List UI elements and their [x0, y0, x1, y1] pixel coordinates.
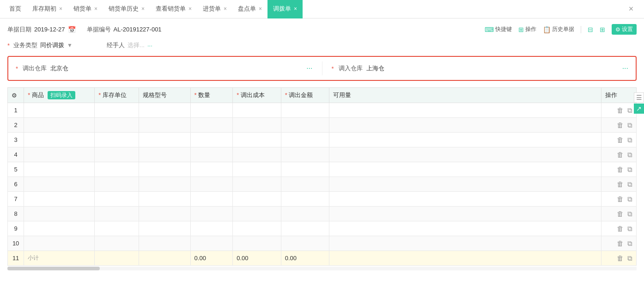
tab-close-transfer[interactable]: ×: [294, 6, 297, 12]
cost-cell[interactable]: [233, 177, 281, 192]
spec-cell[interactable]: [139, 133, 190, 147]
sidebar-export-icon[interactable]: ↗: [634, 104, 644, 114]
layout-icon[interactable]: ⊞: [600, 26, 605, 33]
goods-cell[interactable]: [24, 192, 95, 207]
tab-view-sales[interactable]: 查看销货单 ×: [150, 0, 197, 18]
amount-cell[interactable]: [281, 118, 329, 133]
goods-cell[interactable]: [24, 103, 95, 118]
unit-cell[interactable]: [95, 133, 139, 147]
calendar-icon[interactable]: 📅: [68, 26, 76, 33]
person-more-button[interactable]: ···: [147, 42, 152, 49]
history-button[interactable]: 📋 历史单据: [543, 25, 574, 33]
goods-cell[interactable]: [24, 177, 95, 192]
unit-cell[interactable]: [95, 162, 139, 177]
delete-icon[interactable]: 🗑: [617, 239, 624, 247]
tab-home[interactable]: 首页: [4, 0, 27, 18]
tab-purchase-order[interactable]: 进货单 ×: [197, 0, 232, 18]
qty-cell[interactable]: [190, 207, 233, 221]
tab-inventory-init[interactable]: 库存期初 ×: [27, 0, 68, 18]
copy-icon[interactable]: ⧉: [627, 195, 632, 203]
copy-icon[interactable]: ⧉: [627, 225, 632, 232]
copy-icon[interactable]: ⧉: [627, 180, 632, 188]
amount-cell[interactable]: [281, 133, 329, 147]
cost-cell[interactable]: [233, 103, 281, 118]
unit-cell[interactable]: [95, 236, 139, 251]
spec-cell[interactable]: [139, 207, 190, 221]
amount-cell[interactable]: [281, 221, 329, 236]
amount-cell[interactable]: [281, 177, 329, 192]
delete-icon[interactable]: 🗑: [617, 121, 624, 129]
copy-icon[interactable]: ⧉: [627, 210, 632, 218]
qty-cell[interactable]: [190, 236, 233, 251]
biz-type-select[interactable]: 同价调拨 ▼: [40, 41, 96, 49]
delete-icon[interactable]: 🗑: [617, 151, 624, 159]
delete-icon[interactable]: 🗑: [617, 106, 624, 114]
cost-cell[interactable]: [233, 192, 281, 207]
tab-sales-history[interactable]: 销货单历史 ×: [103, 0, 150, 18]
qty-cell[interactable]: [190, 133, 233, 147]
qty-cell[interactable]: [190, 118, 233, 133]
sidebar-list-icon[interactable]: ☰: [634, 92, 644, 103]
amount-cell[interactable]: [281, 147, 329, 162]
delete-icon[interactable]: 🗑: [617, 210, 624, 218]
spec-cell[interactable]: [139, 192, 190, 207]
tab-sales-order[interactable]: 销货单 ×: [68, 0, 103, 18]
grid-icon[interactable]: ⊟: [588, 26, 593, 33]
unit-cell[interactable]: [95, 221, 139, 236]
tab-close-purchase-order[interactable]: ×: [224, 6, 227, 12]
spec-cell[interactable]: [139, 118, 190, 133]
operate-button[interactable]: ⊞ 操作: [518, 25, 536, 33]
spec-cell[interactable]: [139, 103, 190, 118]
goods-cell[interactable]: [24, 207, 95, 221]
setting-button[interactable]: ⚙ 设置: [612, 24, 637, 35]
delete-icon[interactable]: 🗑: [617, 254, 624, 262]
delete-icon[interactable]: 🗑: [617, 180, 624, 188]
cost-cell[interactable]: [233, 221, 281, 236]
goods-cell[interactable]: [24, 221, 95, 236]
amount-cell[interactable]: [281, 236, 329, 251]
qty-cell[interactable]: [190, 103, 233, 118]
unit-cell[interactable]: [95, 118, 139, 133]
tab-close-sales-history[interactable]: ×: [141, 6, 145, 12]
qty-cell[interactable]: [190, 192, 233, 207]
cost-cell[interactable]: [233, 207, 281, 221]
cost-cell[interactable]: [233, 147, 281, 162]
tab-transfer[interactable]: 调拨单 ×: [267, 0, 303, 18]
amount-cell[interactable]: [281, 162, 329, 177]
unit-cell[interactable]: [95, 207, 139, 221]
copy-icon[interactable]: ⧉: [627, 106, 632, 114]
scroll-bar-handle[interactable]: [7, 267, 100, 270]
scan-button[interactable]: 扫码录入: [48, 91, 75, 99]
goods-cell[interactable]: [24, 236, 95, 251]
tab-close-view-sales[interactable]: ×: [188, 6, 192, 12]
delete-icon[interactable]: 🗑: [617, 136, 624, 144]
qty-cell[interactable]: [190, 221, 233, 236]
wh-out-more-button[interactable]: ···: [306, 64, 312, 73]
tab-close-inventory-init[interactable]: ×: [59, 6, 62, 12]
cost-cell[interactable]: [233, 236, 281, 251]
copy-icon[interactable]: ⧉: [627, 121, 632, 129]
spec-cell[interactable]: [139, 177, 190, 192]
copy-icon[interactable]: ⧉: [627, 136, 632, 144]
goods-cell[interactable]: [24, 162, 95, 177]
copy-icon[interactable]: ⧉: [627, 165, 632, 173]
qty-cell[interactable]: [190, 147, 233, 162]
goods-cell[interactable]: [24, 133, 95, 147]
tab-close-inventory-check[interactable]: ×: [259, 6, 262, 12]
spec-cell[interactable]: [139, 162, 190, 177]
unit-cell[interactable]: [95, 147, 139, 162]
cost-cell[interactable]: [233, 118, 281, 133]
amount-cell[interactable]: [281, 192, 329, 207]
shortcut-button[interactable]: ⌨ 快捷键: [485, 25, 512, 33]
qty-cell[interactable]: [190, 162, 233, 177]
delete-icon[interactable]: 🗑: [617, 165, 624, 173]
tab-close-sales-order[interactable]: ×: [94, 6, 97, 12]
amount-cell[interactable]: [281, 207, 329, 221]
goods-cell[interactable]: [24, 147, 95, 162]
window-close-button[interactable]: ×: [622, 0, 640, 18]
copy-icon[interactable]: ⧉: [627, 151, 632, 159]
unit-cell[interactable]: [95, 192, 139, 207]
th-gear[interactable]: ⚙: [8, 88, 24, 103]
unit-cell[interactable]: [95, 103, 139, 118]
delete-icon[interactable]: 🗑: [617, 225, 624, 232]
